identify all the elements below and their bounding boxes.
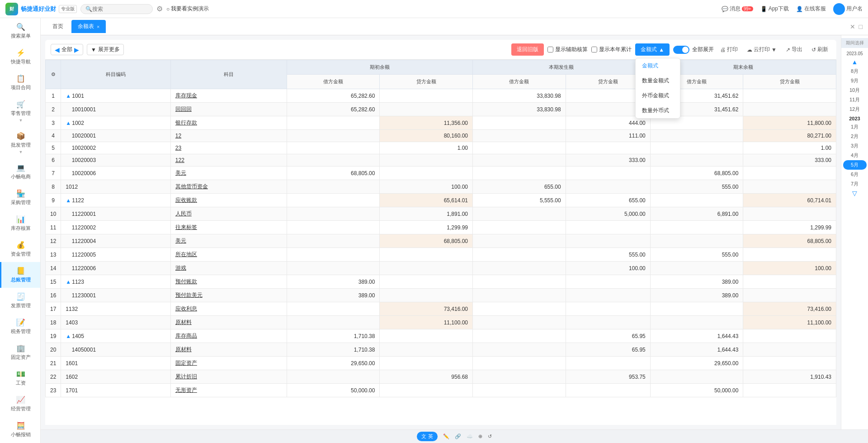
show-ytd-checkbox[interactable]: 显示本年累计 <box>591 46 632 53</box>
cell-cl-credit: 1.00 <box>743 142 836 154</box>
table-wrapper[interactable]: ⚙ 科目编码 科目 期初余额 本期发生额 期末余额 借方金额 贷方金额 借方金额 <box>45 60 836 425</box>
sidebar-item-wholesale[interactable]: 📦 批发管理 ▼ <box>0 127 40 159</box>
cell-p-credit: 333.00 <box>566 154 650 167</box>
filter-left-arrow: ◀ <box>55 46 60 53</box>
search-bar[interactable]: 🔍 <box>80 4 153 14</box>
rs-month-4[interactable]: 4月 <box>843 151 867 160</box>
style-option-amount[interactable]: 金额式 <box>636 58 680 73</box>
tab-close-icon[interactable]: × <box>97 24 99 29</box>
service-btn[interactable]: 👤 在线客服 <box>796 5 826 13</box>
cell-cl-credit: 73,416.00 <box>743 302 836 316</box>
cell-op-debit: 65,282.60 <box>287 103 380 116</box>
rs-month-12[interactable]: 12月 <box>843 105 867 114</box>
cell-no: 16 <box>46 289 61 302</box>
sidebar-item-search[interactable]: 🔍 搜索菜单 <box>0 18 40 44</box>
tax-icon: 📝 <box>16 318 25 327</box>
sidebar-item-shortcut[interactable]: ⚡ 快捷导航 <box>0 44 40 70</box>
export-btn[interactable]: ↗ 导出 <box>783 44 805 55</box>
sidebar-item-capital[interactable]: 💰 资金管理 <box>0 236 40 262</box>
rs-month-7[interactable]: 7月 <box>843 179 867 189</box>
cloud-print-btn[interactable]: ☁ 云打印 ▼ <box>744 44 779 55</box>
th-settings[interactable]: ⚙ <box>46 60 61 89</box>
cell-op-credit: 1,299.99 <box>380 221 473 234</box>
assist-checkbox-input[interactable] <box>547 47 553 52</box>
win-max-icon[interactable]: □ <box>859 23 863 30</box>
expand-all-toggle[interactable]: 全部展开 <box>673 46 714 54</box>
cell-cl-debit <box>650 370 743 384</box>
export-icon: ↗ <box>786 47 790 53</box>
rs-month-11[interactable]: 11月 <box>843 95 867 105</box>
sidebar-item-ecommerce[interactable]: 💻 小畅电商 <box>0 159 40 185</box>
cell-p-credit <box>566 221 650 234</box>
search-input[interactable] <box>92 6 146 12</box>
cell-op-debit <box>287 116 380 130</box>
sidebar-item-accounting[interactable]: 📒 总账管理 <box>0 262 40 288</box>
rs-month-8[interactable]: 8月 <box>843 67 867 76</box>
cloud-icon[interactable]: ☁️ <box>467 433 473 439</box>
sidebar-item-contract[interactable]: 📋 项目合同 <box>0 70 40 95</box>
cloud-print-icon: ☁ <box>747 47 752 53</box>
sidebar-item-report[interactable]: 🧮 小畅报销 <box>0 417 40 443</box>
rs-down-btn[interactable]: ▽ <box>852 190 857 197</box>
style-option-qty-foreign[interactable]: 数量外币式 <box>636 103 680 118</box>
style-option-qty-amount[interactable]: 数量金额式 <box>636 73 680 88</box>
content-area: 首页 余额表 × ✕ □ ◀ 全部 ▶ <box>41 18 868 443</box>
toggle-switch[interactable] <box>673 46 689 54</box>
print-btn[interactable]: 🖨 打印 <box>717 44 741 55</box>
sidebar-item-tax[interactable]: 📝 税务管理 <box>0 314 40 339</box>
rs-month-6[interactable]: 6月 <box>843 170 867 179</box>
rs-month-5[interactable]: 5月 <box>843 160 867 170</box>
rs-month-9[interactable]: 9月 <box>843 76 867 86</box>
rs-month-1[interactable]: 1月 <box>843 122 867 132</box>
sidebar-item-invoice[interactable]: 🧾 发票管理 <box>0 288 40 314</box>
cell-code: 14050001 <box>61 343 170 357</box>
demo-btn[interactable]: ○ 我要看实例演示 <box>166 5 209 13</box>
table-row: 5 10020002 23 1.00 1.00 <box>46 142 836 154</box>
rs-month-2[interactable]: 2月 <box>843 132 867 141</box>
cell-code: 10020002 <box>61 142 170 154</box>
sidebar-label: 资金管理 <box>11 251 31 257</box>
rs-month-3[interactable]: 3月 <box>843 141 867 151</box>
sidebar-item-assets[interactable]: 🏢 固定资产 <box>0 339 40 365</box>
sync-icon[interactable]: ↺ <box>488 433 492 439</box>
show-assist-checkbox[interactable]: 显示辅助核算 <box>547 46 588 53</box>
sidebar-item-salary[interactable]: 💵 工资 <box>0 365 40 391</box>
settings-icon[interactable]: ⚙ <box>156 5 163 13</box>
cell-op-credit: 100.00 <box>380 180 473 194</box>
refresh-btn[interactable]: ↺ 刷新 <box>809 44 831 55</box>
th-subject: 科目 <box>170 60 287 89</box>
cell-p-credit: 555.00 <box>566 248 650 262</box>
cell-op-credit: 73,416.00 <box>380 302 473 316</box>
inner-content: ◀ 全部 ▶ ▼ 展开更多 退回旧版 显示辅助核算 <box>41 35 868 429</box>
sidebar-label: 批发管理 <box>11 142 31 148</box>
user-area[interactable]: 用户名 <box>833 3 863 15</box>
add-icon[interactable]: ⊕ <box>478 433 482 439</box>
salary-icon: 💵 <box>16 370 25 378</box>
tab-balance[interactable]: 余额表 × <box>71 20 106 33</box>
rs-month-10[interactable]: 10月 <box>843 86 867 95</box>
cell-p-debit: 655.00 <box>473 180 566 194</box>
sidebar-item-retail[interactable]: 🛒 零售管理 ▼ <box>0 95 40 127</box>
ytd-checkbox-input[interactable] <box>591 47 597 52</box>
expand-more-btn[interactable]: ▼ 展开更多 <box>87 44 124 55</box>
filter-label: 全部 <box>61 46 72 53</box>
rs-up-btn[interactable]: ▲ <box>852 58 858 66</box>
msg-btn[interactable]: 💬 消息 99+ <box>722 5 753 13</box>
style-option-foreign-amount[interactable]: 外币金额式 <box>636 88 680 103</box>
sidebar-item-inventory[interactable]: 📊 库存核算 <box>0 210 40 236</box>
win-close-icon[interactable]: ✕ <box>850 23 855 30</box>
edit-icon[interactable]: ✏️ <box>443 433 449 439</box>
sidebar-item-purchase[interactable]: 🏪 采购管理 <box>0 185 40 210</box>
link-icon[interactable]: 🔗 <box>455 433 461 439</box>
ecommerce-icon: 💻 <box>16 163 25 172</box>
back-btn[interactable]: 退回旧版 <box>511 43 544 56</box>
sidebar-item-operations[interactable]: 📈 经营管理 <box>0 391 40 417</box>
tab-home[interactable]: 首页 <box>46 20 70 33</box>
cell-op-debit <box>287 316 380 329</box>
app-dl-btn[interactable]: 📱 App下载 <box>760 5 789 13</box>
cell-subject: 所在地区 <box>170 248 287 262</box>
filter-tag[interactable]: ◀ 全部 ▶ <box>51 44 83 55</box>
translate-btn[interactable]: 文 英 <box>417 432 438 441</box>
operations-icon: 📈 <box>16 395 25 404</box>
style-btn[interactable]: 金额式 ▲ <box>635 43 670 56</box>
